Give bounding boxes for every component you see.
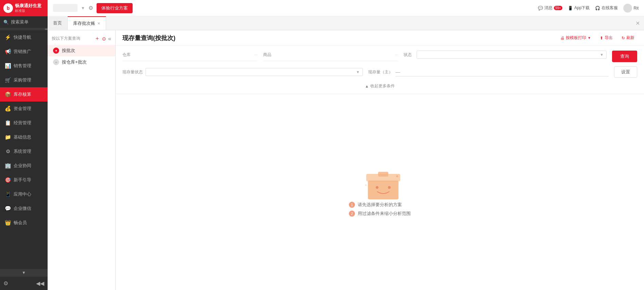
- status-select[interactable]: ▼: [417, 51, 607, 59]
- trial-button[interactable]: 体验行业方案: [97, 3, 133, 13]
- sidebar-item-basic[interactable]: 📁 基础信息: [0, 130, 48, 144]
- online-service-button[interactable]: 🎧 在线客服: [595, 5, 618, 11]
- inventory-qty-label: 现存量（主）: [368, 69, 393, 75]
- print-button[interactable]: 🖨 按模板打印 ▼: [558, 34, 594, 42]
- sidebar-item-finance[interactable]: 💰 资金管理: [0, 102, 48, 116]
- status-label: 状态: [404, 52, 414, 58]
- finance-icon: 💰: [5, 106, 11, 112]
- operations-icon: 📋: [5, 120, 11, 126]
- sidebar-item-label: 新手引导: [14, 177, 31, 183]
- sidebar-footer: ⚙ ◀◀: [0, 276, 48, 290]
- inventory-qty-input[interactable]: —: [395, 68, 609, 76]
- sidebar-item-purchase[interactable]: 🛒 采购管理: [0, 73, 48, 87]
- sidebar-item-label: 库存核算: [14, 91, 31, 97]
- topbar: ▼ ⚙ 体验行业方案 💬 消息 99+ 📱 App下载 🎧 在线客服 Rit: [48, 0, 644, 16]
- refresh-button[interactable]: ↻ 刷新: [619, 34, 637, 42]
- sidebar-item-label: 销售管理: [14, 63, 31, 69]
- sidebar-item-system[interactable]: ⚙ 系统管理: [0, 144, 48, 159]
- topbar-right: 💬 消息 99+ 📱 App下载 🎧 在线客服 Rit: [538, 4, 639, 13]
- page-title: 现存量查询(按批次): [122, 34, 175, 42]
- export-icon: ⬆: [600, 36, 603, 40]
- marketing-icon: 📢: [5, 49, 11, 55]
- empty-tip-1: 1 请先选择要分析的方案: [349, 202, 411, 208]
- settings-button[interactable]: 设置: [614, 66, 637, 78]
- empty-state: ✦ ✦ 1 请先选择要分析的方案 2 用过滤条件来缩小分析范围: [116, 94, 644, 290]
- filter-area: 仓库 ··· 商品 ···: [116, 46, 644, 94]
- product-more-icon[interactable]: ···: [395, 52, 398, 57]
- tab-close-icon[interactable]: ✕: [97, 21, 100, 26]
- purchase-icon: 🛒: [5, 77, 11, 83]
- message-label: 消息: [544, 5, 553, 11]
- sidebar-item-quick-nav[interactable]: ⚡ 快捷导航: [0, 30, 48, 44]
- warehouse-more-icon[interactable]: ···: [254, 52, 258, 57]
- export-button[interactable]: ⬆ 导出: [597, 34, 615, 42]
- plan-item-by-warehouse-batch[interactable]: ○ 按仓库+批次: [48, 56, 115, 68]
- sidebar-item-apps[interactable]: 📱 应用中心: [0, 187, 48, 201]
- print-chevron-icon: ▼: [588, 36, 591, 40]
- inventory-status-select[interactable]: ▼: [146, 68, 363, 76]
- apps-icon: 📱: [5, 191, 11, 197]
- plan-active-dot: ✦: [53, 48, 59, 54]
- status-filter: 状态 ▼: [404, 51, 607, 59]
- wechat-icon: 💬: [5, 205, 11, 212]
- empty-tip-2: 2 用过滤条件来缩小分析范围: [349, 211, 411, 217]
- sidebar-item-newbie[interactable]: 🎯 新手引导: [0, 173, 48, 187]
- user-menu[interactable]: Rit: [623, 4, 639, 13]
- collapse-panel-icon[interactable]: «: [108, 36, 111, 42]
- search-menu[interactable]: 🔍 搜索菜单: [0, 16, 48, 28]
- plan-active-icon: ✦: [55, 49, 57, 53]
- plan-item-by-batch[interactable]: ✦ 按批次: [48, 45, 115, 56]
- topbar-gear-icon[interactable]: ⚙: [88, 5, 93, 11]
- sidebar-scroll-down-icon[interactable]: ▼: [22, 270, 26, 275]
- service-icon: 🎧: [595, 6, 600, 11]
- system-icon: ⚙: [5, 148, 11, 155]
- user-name: Rit: [633, 6, 639, 11]
- tab-home[interactable]: 首页: [48, 17, 68, 30]
- left-panel-title: 按以下方案查询: [52, 36, 80, 41]
- plan-inactive-dot: ○: [53, 59, 59, 65]
- sidebar-item-inventory[interactable]: 📦 库存核算: [0, 87, 48, 102]
- inventory-status-filter: 现存量状态 ▼: [122, 68, 363, 76]
- app-download-icon: 📱: [568, 6, 573, 11]
- svg-point-4: [388, 186, 391, 189]
- app-logo: b: [3, 3, 13, 13]
- empty-tips: 1 请先选择要分析的方案 2 用过滤条件来缩小分析范围: [349, 202, 411, 217]
- message-button[interactable]: 💬 消息 99+: [538, 5, 562, 11]
- breadcrumb: [53, 4, 78, 12]
- query-button[interactable]: 查询: [612, 51, 637, 62]
- content-area: 按以下方案查询 ＋ ⊙ « ✦ 按批次 ○ 按仓库+批次: [48, 30, 644, 290]
- sidebar-item-operations[interactable]: 📋 经营管理: [0, 116, 48, 130]
- inventory-qty-dash: —: [395, 69, 400, 75]
- refresh-icon: ↻: [622, 36, 625, 40]
- collapse-more-button[interactable]: ▲ 收起更多条件: [122, 80, 637, 89]
- tab-inventory-batch[interactable]: 库存批次账 ✕: [68, 16, 106, 30]
- sidebar-item-marketing[interactable]: 📢 营销推广: [0, 44, 48, 59]
- panel-close-icon[interactable]: ✕: [631, 17, 644, 30]
- sidebar-item-label: 畅会员: [14, 220, 27, 226]
- collapse-up-icon: ▲: [365, 84, 369, 89]
- sidebar-item-wechat[interactable]: 💬 企业微信: [0, 201, 48, 216]
- newbie-icon: 🎯: [5, 177, 11, 183]
- app-download-button[interactable]: 📱 App下载: [568, 5, 590, 11]
- product-label: 商品: [263, 52, 273, 58]
- sales-icon: 📊: [5, 63, 11, 69]
- sidebar-item-enterprise[interactable]: 🏢 企业协同: [0, 159, 48, 173]
- warehouse-filter: 仓库 ···: [122, 51, 258, 61]
- svg-text:✦: ✦: [395, 174, 399, 179]
- sidebar-item-label: 企业协同: [14, 163, 31, 169]
- collapse-sidebar-icon[interactable]: ◀◀: [36, 280, 44, 287]
- sidebar-item-vip[interactable]: 👑 畅会员: [0, 216, 48, 230]
- enterprise-icon: 🏢: [5, 163, 11, 169]
- settings-icon[interactable]: ⚙: [3, 280, 8, 287]
- print-label: 按模板打印: [566, 35, 586, 41]
- plan-inactive-icon: ○: [55, 60, 57, 64]
- sidebar-item-sales[interactable]: 📊 销售管理: [0, 59, 48, 73]
- empty-box-svg: ✦ ✦: [363, 168, 404, 202]
- add-plan-icon[interactable]: ＋: [95, 35, 100, 42]
- settings-plan-icon[interactable]: ⊙: [102, 36, 106, 41]
- search-icon: 🔍: [3, 20, 9, 25]
- status-select-chevron-icon: ▼: [600, 53, 604, 57]
- tip-2-number: 2: [349, 211, 355, 217]
- empty-illustration: ✦ ✦: [363, 168, 397, 195]
- tab-inventory-batch-label: 库存批次账: [73, 20, 95, 26]
